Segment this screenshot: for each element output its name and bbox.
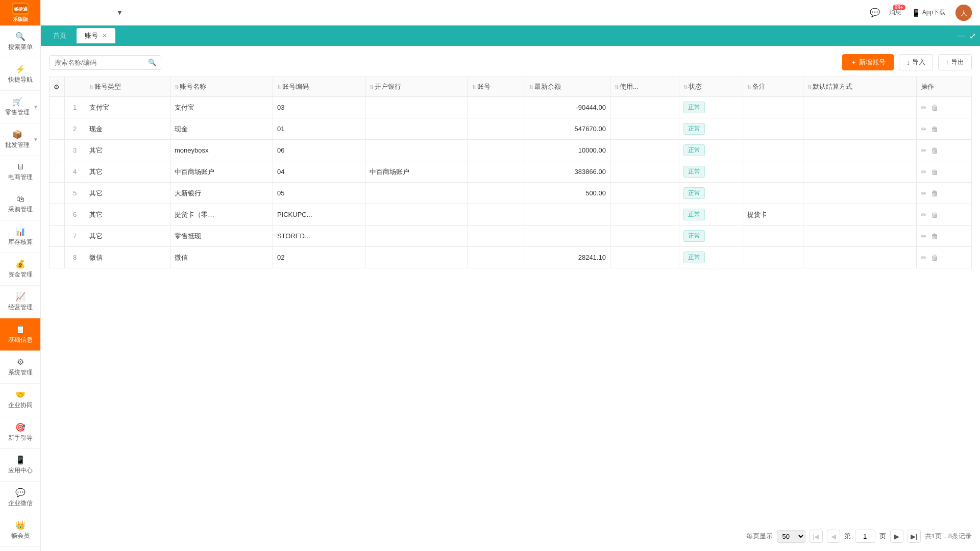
page-next-button[interactable]: ▶	[890, 530, 903, 543]
edit-icon[interactable]: ✏	[921, 232, 927, 240]
col-num	[65, 77, 85, 97]
sidebar-item-wholesale-mgmt[interactable]: 📦 批发管理 ▼	[0, 123, 40, 156]
row-usage	[610, 247, 679, 268]
sidebar-item-quick-nav[interactable]: ⚡ 快捷导航	[0, 58, 40, 91]
messages-button[interactable]: 💬 99+ 消息	[870, 8, 901, 17]
page-prev-button[interactable]: ◀	[827, 530, 840, 543]
sidebar-item-enterprise-wechat[interactable]: 💬 企业微信	[0, 482, 40, 514]
delete-icon[interactable]: 🗑	[931, 146, 938, 155]
table-row: 5 其它 大新银行 05 500.00 正常 ✏ 🗑	[50, 183, 972, 204]
table-row: 8 微信 微信 02 28241.10 正常 ✏ 🗑	[50, 247, 972, 268]
delete-icon[interactable]: 🗑	[931, 189, 938, 197]
delete-icon[interactable]: 🗑	[931, 232, 938, 240]
col-account-code[interactable]: ⇅账号编码	[273, 77, 365, 97]
row-status: 正常	[679, 204, 743, 226]
logo-icon: 畅捷通	[12, 3, 29, 15]
user-avatar[interactable]: 人	[955, 5, 972, 21]
row-opening-bank	[365, 226, 468, 247]
export-button[interactable]: ↑ 导出	[938, 54, 972, 70]
delete-icon[interactable]: 🗑	[931, 125, 938, 133]
col-status[interactable]: ⇅状态	[679, 77, 743, 97]
sidebar-item-operations-mgmt[interactable]: 📈 经营管理	[0, 286, 40, 318]
row-default-settlement	[803, 183, 917, 204]
col-account-name[interactable]: ⇅账号名称	[170, 77, 273, 97]
sidebar-item-purchase-mgmt[interactable]: 🛍 采购管理	[0, 188, 40, 220]
header-dropdown[interactable]: ▼	[116, 9, 123, 16]
tab-minimize-icon[interactable]: —	[957, 31, 965, 41]
import-button[interactable]: ↓ 导入	[899, 54, 933, 70]
row-account-name: 支付宝	[170, 97, 273, 118]
row-account-code: 02	[273, 247, 365, 268]
row-settings	[50, 226, 65, 247]
add-account-button[interactable]: ＋ 新增账号	[842, 54, 894, 70]
col-account-no[interactable]: ⇅账号	[468, 77, 525, 97]
edit-icon[interactable]: ✏	[921, 146, 927, 155]
header-right: 💬 99+ 消息 📱 App下载 人	[870, 5, 972, 21]
sidebar-item-member[interactable]: 👑 畅会员	[0, 514, 40, 547]
row-settings	[50, 161, 65, 183]
col-remark[interactable]: ⇅备注	[743, 77, 803, 97]
delete-icon[interactable]: 🗑	[931, 211, 938, 219]
app-download-button[interactable]: 📱 App下载	[912, 8, 945, 17]
row-account-type: 其它	[85, 183, 170, 204]
main-content: ▼ 💬 99+ 消息 📱 App下载 人 首页	[41, 0, 980, 551]
search-wrap: 🔍	[49, 55, 161, 70]
edit-icon[interactable]: ✏	[921, 254, 927, 262]
wechat-icon: 💬	[2, 488, 38, 497]
sidebar-item-app-center[interactable]: 📱 应用中心	[0, 449, 40, 482]
row-account-name: 现金	[170, 118, 273, 140]
guide-icon: 🎯	[2, 422, 38, 432]
sidebar-item-inventory-mgmt[interactable]: 📊 库存核算	[0, 220, 40, 253]
logo-subtitle: 乐版版	[13, 16, 28, 23]
row-default-settlement	[803, 226, 917, 247]
sidebar-item-label: 搜索菜单	[2, 43, 38, 52]
content-area: 🔍 ＋ 新增账号 ↓ 导入 ↑ 导出	[41, 46, 980, 551]
search-input[interactable]	[50, 56, 144, 69]
row-account-type: 其它	[85, 161, 170, 183]
tab-account-close[interactable]: ✕	[102, 32, 107, 39]
edit-icon[interactable]: ✏	[921, 189, 927, 197]
sidebar-item-search-menu[interactable]: 🔍 搜索菜单	[0, 26, 40, 58]
sidebar-item-system-mgmt[interactable]: ⚙ 系统管理	[0, 351, 40, 384]
row-status: 正常	[679, 161, 743, 183]
page-last-button[interactable]: ▶|	[908, 530, 921, 543]
tab-maximize-icon[interactable]: ⤢	[969, 31, 976, 41]
table-header-row: ⚙ ⇅账号类型 ⇅账号名称 ⇅账号编码 ⇅开户银行 ⇅账号 ⇅最新余额 ⇅使用.…	[50, 77, 972, 97]
col-account-type[interactable]: ⇅账号类型	[85, 77, 170, 97]
page-total: 共1页，8条记录	[925, 532, 972, 541]
sidebar-item-retail-mgmt[interactable]: 🛒 零售管理 ▼	[0, 91, 40, 123]
col-latest-balance[interactable]: ⇅最新余额	[525, 77, 610, 97]
edit-icon[interactable]: ✏	[921, 104, 927, 112]
delete-icon[interactable]: 🗑	[931, 254, 938, 262]
delete-icon[interactable]: 🗑	[931, 104, 938, 112]
edit-icon[interactable]: ✏	[921, 211, 927, 219]
col-usage[interactable]: ⇅使用...	[610, 77, 679, 97]
row-latest-balance: 10000.00	[525, 140, 610, 161]
edit-icon[interactable]: ✏	[921, 125, 927, 133]
search-button[interactable]: 🔍	[144, 56, 161, 69]
edit-icon[interactable]: ✏	[921, 168, 927, 176]
page-input[interactable]	[855, 530, 875, 543]
delete-icon[interactable]: 🗑	[931, 168, 938, 176]
row-num: 4	[65, 161, 85, 183]
row-account-code: 03	[273, 97, 365, 118]
sidebar-item-finance-mgmt[interactable]: 💰 资金管理	[0, 253, 40, 286]
tab-account[interactable]: 账号 ✕	[77, 28, 115, 43]
row-default-settlement	[803, 118, 917, 140]
page-first-button[interactable]: |◀	[810, 530, 823, 543]
row-remark	[743, 247, 803, 268]
sidebar-item-ecommerce-mgmt[interactable]: 🖥 电商管理	[0, 156, 40, 188]
row-settings	[50, 140, 65, 161]
col-opening-bank[interactable]: ⇅开户银行	[365, 77, 468, 97]
tab-home[interactable]: 首页	[45, 28, 75, 43]
sidebar-item-new-guide[interactable]: 🎯 新手引导	[0, 416, 40, 449]
row-opening-bank	[365, 247, 468, 268]
add-icon: ＋	[850, 58, 857, 67]
row-account-type: 其它	[85, 226, 170, 247]
row-account-no	[468, 161, 525, 183]
col-default-settlement[interactable]: ⇅默认结算方式	[803, 77, 917, 97]
col-settings[interactable]: ⚙	[50, 77, 65, 97]
sidebar-item-basic-info[interactable]: 📋 基础信息	[0, 318, 40, 351]
sidebar-item-company-agreement[interactable]: 🤝 企业协同	[0, 384, 40, 416]
page-size-select[interactable]: 50 100 200	[777, 530, 805, 543]
